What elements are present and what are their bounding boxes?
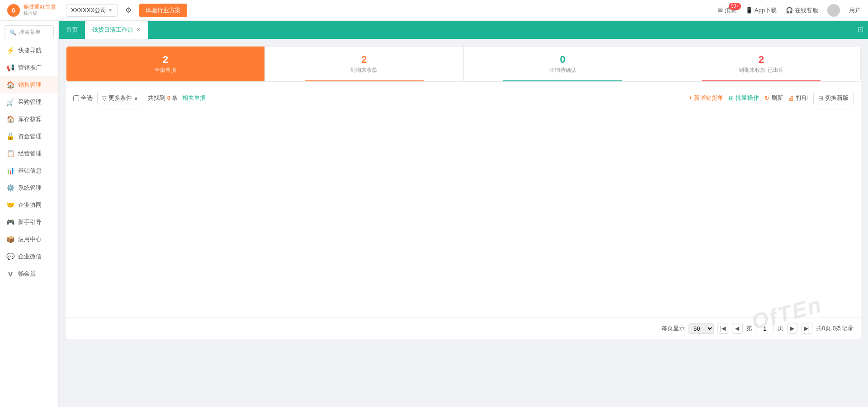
wechat-icon: 💬 [6,253,14,261]
sidebar-item-label: 应用中心 [18,235,42,243]
download-icon: 📱 [745,7,753,14]
batch-icon: ⊞ [729,95,734,102]
print-label: 打印 [796,94,808,102]
underline-pending [503,80,622,81]
online-service-label: 在线客服 [795,6,818,14]
page-suffix: 页 [778,324,783,332]
sidebar-item-system[interactable]: ⚙️ 系统管理 [0,179,58,196]
refresh-icon: ↻ [764,95,769,102]
stat-label-overdue: 到期未收款 [274,66,454,74]
stat-card-all[interactable]: 2 全部单据 [66,47,265,81]
stat-card-overdue[interactable]: 2 到期未收款 [265,47,463,81]
sidebar-item-label: 畅会员 [18,270,36,278]
tab-close-icon[interactable]: ✕ [136,27,141,33]
header-right: ✉ 消息 99+ 📱 App下载 🎧 在线客服 用户 [718,4,861,17]
stat-number-overdue: 2 [274,54,454,65]
filter-icon: ▽ [102,95,107,102]
message-icon: ✉ [718,7,723,14]
sidebar-item-wechat[interactable]: 💬 企业微信 [0,248,58,265]
sidebar-search-area: 🔍 搜索菜单 [0,21,58,42]
prev-page-button[interactable]: ◀ [732,323,743,334]
sidebar-item-label: 基础信息 [18,167,42,175]
sidebar-item-quicknav[interactable]: ⚡ 快捷导航 [0,42,58,59]
inventory-icon: 🏠 [6,115,14,123]
stat-card-pending[interactable]: 0 旺辅待确认 [464,47,662,81]
refresh-button[interactable]: ↻ 刷新 [764,94,783,102]
app-download-button[interactable]: 📱 App下载 [745,6,777,14]
select-all-input[interactable] [73,95,79,101]
stat-label-pending: 旺辅待确认 [473,66,653,74]
stat-card-overdue-out[interactable]: 2 到期未收款 已出库 [662,47,860,81]
logo-area: 6 畅捷通好生意 标准版 [7,4,66,17]
first-page-button[interactable]: |◀ [717,323,728,334]
window-minimize-icon[interactable]: － [847,25,854,35]
sidebar-item-member[interactable]: V 畅会员 [0,265,58,282]
print-button[interactable]: 🖨 打印 [788,94,808,102]
sidebar-item-label: 经营管理 [18,150,42,158]
sidebar-item-marketing[interactable]: 📢 营销推广 [0,59,58,76]
operations-icon: 📋 [6,150,14,158]
sidebar-item-label: 资金管理 [18,132,42,140]
new-sale-button[interactable]: + 新增销货单 [689,94,723,102]
apps-icon: 📦 [6,235,14,243]
select-all-checkbox[interactable]: 全选 [73,94,93,102]
sidebar-item-label: 采购管理 [18,98,42,106]
page-input[interactable] [756,324,774,333]
found-text: 共找到 0 条 [148,94,178,102]
tab-home[interactable]: 首页 [59,21,85,39]
tab-workbench-label: 钱货日清工作台 [92,26,133,34]
sidebar-item-basic[interactable]: 📊 基础信息 [0,162,58,179]
sidebar: 🔍 搜索菜单 ⚡ 快捷导航 📢 营销推广 🏠 销售管理 🛒 采购管理 🏠 库存核… [0,0,59,407]
next-page-button[interactable]: ▶ [787,323,798,334]
online-service-button[interactable]: 🎧 在线客服 [786,6,818,14]
switch-version-button[interactable]: ⊟ 切换新版 [813,92,854,104]
sidebar-item-label: 新手引导 [18,218,42,226]
last-page-button[interactable]: ▶| [802,323,812,334]
select-all-label: 全选 [81,94,93,102]
trial-button[interactable]: 体验行业方案 [139,4,187,17]
service-icon: 🎧 [786,7,793,14]
more-filters-button[interactable]: ▽ 更多条件 ∨ [97,92,143,104]
app-edition: 标准版 [24,10,56,17]
search-menu-label: 搜索菜单 [19,28,41,36]
sidebar-item-sales[interactable]: 🏠 销售管理 [0,76,58,94]
finance-icon: 🔒 [6,132,14,140]
batch-ops-button[interactable]: ⊞ 批量操作 [729,94,759,102]
stat-number-overdue-out: 2 [671,54,851,65]
sidebar-item-inventory[interactable]: 🏠 库存核算 [0,111,58,128]
window-maximize-icon[interactable]: ⊡ [858,25,863,35]
underline-overdue-out [702,80,821,81]
related-button[interactable]: 相关单据 [182,94,206,102]
stat-label-overdue-out: 到期未收款 已出库 [671,66,851,74]
pagination-bar: 每页显示 50 100 200 |◀ ◀ 第 页 ▶ ▶| 共0页,0条记录 [66,317,861,339]
stat-label-all: 全部单据 [75,66,255,74]
company-selector[interactable]: XXXXXX公司 ▼ [66,4,118,17]
basic-icon: 📊 [6,167,14,175]
sidebar-item-guide[interactable]: 🎮 新手引导 [0,214,58,231]
sidebar-item-enterprise[interactable]: 🤝 企业协同 [0,196,58,214]
sidebar-item-apps[interactable]: 📦 应用中心 [0,231,58,248]
settings-button[interactable]: ⚙ [122,4,135,17]
sidebar-item-operations[interactable]: 📋 经营管理 [0,145,58,162]
found-count: 0 [167,94,170,101]
sidebar-item-finance[interactable]: 🔒 资金管理 [0,128,58,145]
sidebar-item-purchase[interactable]: 🛒 采购管理 [0,94,58,111]
main-content: 2 全部单据 2 到期未收款 0 旺辅待确认 2 到期未收款 已出库 [59,39,868,407]
batch-ops-label: 批量操作 [736,94,759,102]
tab-workbench[interactable]: 钱货日清工作台 ✕ [85,21,148,39]
per-page-select[interactable]: 50 100 200 [689,323,714,334]
message-button[interactable]: ✉ 消息 99+ [718,6,736,14]
avatar[interactable] [827,4,840,17]
guide-icon: 🎮 [6,218,14,226]
search-menu-button[interactable]: 🔍 搜索菜单 [5,25,54,39]
sidebar-item-label: 企业微信 [18,253,42,261]
filter-chevron-icon: ∨ [134,95,138,102]
sidebar-item-label: 系统管理 [18,184,42,192]
switch-label: 切换新版 [825,94,849,102]
tab-window-controls: － ⊡ [847,25,868,35]
stats-row: 2 全部单据 2 到期未收款 0 旺辅待确认 2 到期未收款 已出库 [66,46,861,82]
sidebar-item-label: 企业协同 [18,201,42,209]
sales-icon: 🏠 [6,81,14,89]
underline-overdue [305,80,424,81]
switch-icon: ⊟ [818,95,823,102]
